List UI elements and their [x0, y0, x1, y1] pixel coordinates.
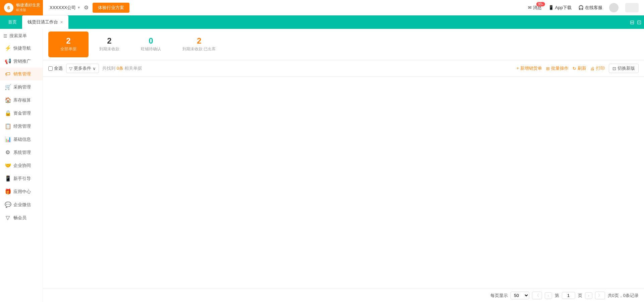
search-menu-label: 搜索菜单	[9, 33, 27, 39]
sidebar-label-cooperation: 企业协同	[13, 163, 31, 169]
message-icon: ✉	[528, 5, 532, 10]
refresh-button[interactable]: ↻ 刷新	[573, 65, 586, 71]
switch-version-button[interactable]: ⊡ 切换新版	[609, 64, 639, 73]
sidebar-label-member: 畅会员	[13, 215, 26, 221]
finance-icon: 🔒	[5, 110, 11, 116]
sidebar-item-finance[interactable]: 🔒 资金管理	[0, 107, 43, 120]
sidebar-label-operation: 经营管理	[13, 123, 31, 129]
minimize-button[interactable]: ⊟	[630, 19, 634, 25]
settings-icon[interactable]: ⚙	[84, 4, 89, 11]
search-icon: ☰	[3, 34, 7, 39]
wechat-icon: 💬	[5, 201, 11, 208]
logo-title: 畅捷通好生意	[16, 3, 40, 8]
download-icon: 📱	[548, 5, 554, 10]
stat-number-pending: 0	[149, 36, 153, 46]
sidebar-label-system: 系统管理	[13, 149, 31, 156]
logo-icon: 6	[4, 3, 13, 12]
stats-row: 2 全部单据 2 到期未收款 0 旺铺待确认 2 到期未收款 已出库	[43, 29, 644, 60]
sidebar: ☰ 搜索菜单 ⚡ 快捷导航 📢 营销推广 🏷 销售管理 🛒 采购管理 🏠 库存核…	[0, 29, 43, 302]
maximize-button[interactable]: ⊡	[637, 19, 641, 25]
sidebar-item-basic-info[interactable]: 📊 基础信息	[0, 133, 43, 146]
sidebar-item-app-center[interactable]: 🎁 应用中心	[0, 185, 43, 198]
stat-number-overdue: 2	[107, 36, 111, 46]
company-selector[interactable]: XXXXXX公司 ▼	[50, 5, 80, 11]
stat-label-overdue: 到期未收款	[99, 46, 119, 52]
sidebar-label-basic-info: 基础信息	[13, 136, 31, 142]
stat-label-pending: 旺铺待确认	[141, 46, 161, 52]
add-sale-button[interactable]: + 新增销货单	[517, 65, 542, 71]
pagination-footer: 每页显示 50 100 200 《 ‹ 第 页 › 》 共0页，0条记录	[43, 289, 644, 302]
stat-label-shipped: 到期未收款 已出库	[182, 46, 216, 52]
user-name-area[interactable]	[625, 3, 639, 12]
page-suffix: 页	[578, 293, 582, 299]
sidebar-item-member[interactable]: ▽ 畅会员	[0, 211, 43, 224]
basic-info-icon: 📊	[5, 136, 11, 142]
sidebar-label-sales: 销售管理	[13, 71, 31, 77]
per-page-select[interactable]: 50 100 200	[511, 292, 529, 299]
filter-chevron-icon: ∨	[93, 66, 96, 71]
filter-button[interactable]: ▽ 更多条件 ∨	[66, 64, 99, 73]
sidebar-item-sales[interactable]: 🏷 销售管理	[0, 68, 43, 80]
app-download-button[interactable]: 📱 App下载	[548, 5, 572, 11]
print-icon: 🖨	[590, 66, 595, 71]
sidebar-item-system[interactable]: ⚙ 系统管理	[0, 146, 43, 159]
prev-page-button[interactable]: ‹	[545, 292, 552, 299]
switch-icon: ⊡	[612, 66, 616, 71]
top-header: 6 畅捷通好生意 标准版 XXXXXX公司 ▼ ⚙ 体验行业方案 ✉ 消息 99…	[0, 0, 644, 15]
stat-card-overdue[interactable]: 2 到期未收款	[89, 29, 130, 60]
tab-home[interactable]: 首页	[3, 15, 22, 29]
quick-nav-icon: ⚡	[5, 45, 11, 51]
stat-card-pending[interactable]: 0 旺铺待确认	[130, 29, 172, 60]
app-download-label: App下载	[555, 5, 572, 11]
select-all-label: 全选	[54, 65, 63, 71]
filter-label: 更多条件	[74, 65, 91, 71]
service-icon: 🎧	[578, 5, 584, 10]
filter-icon: ▽	[69, 66, 72, 71]
sidebar-label-wechat: 企业微信	[13, 202, 31, 208]
toolbar: 全选 ▽ 更多条件 ∨ 共找到 0条 相关单据 + 新增销货单 ⊞ 批量操作 ↻	[43, 60, 644, 77]
sidebar-item-marketing[interactable]: 📢 营销推广	[0, 55, 43, 68]
sidebar-item-purchase[interactable]: 🛒 采购管理	[0, 80, 43, 94]
message-button[interactable]: ✉ 消息 99+	[528, 5, 542, 11]
stat-card-all[interactable]: 2 全部单据	[48, 32, 89, 57]
sidebar-item-wechat[interactable]: 💬 企业微信	[0, 198, 43, 211]
online-service-button[interactable]: 🎧 在线客服	[578, 5, 602, 11]
search-menu-button[interactable]: ☰ 搜索菜单	[0, 29, 43, 42]
cooperation-icon: 🤝	[5, 162, 11, 169]
table-area	[43, 77, 644, 289]
page-number-input[interactable]	[562, 292, 575, 299]
tab-workbench[interactable]: 钱货日清工作台 ✕	[22, 15, 68, 29]
trial-button[interactable]: 体验行业方案	[93, 3, 129, 13]
message-badge: 99+	[536, 2, 545, 6]
found-count: 0条	[117, 66, 123, 71]
sidebar-item-cooperation[interactable]: 🤝 企业协同	[0, 159, 43, 172]
chevron-down-icon: ▼	[77, 6, 80, 9]
print-button[interactable]: 🖨 打印	[590, 65, 605, 71]
logo-area: 6 畅捷通好生意 标准版	[0, 0, 43, 15]
select-all-checkbox[interactable]: 全选	[48, 65, 63, 71]
stat-card-shipped[interactable]: 2 到期未收款 已出库	[172, 29, 226, 60]
sidebar-item-operation[interactable]: 📋 经营管理	[0, 120, 43, 133]
avatar[interactable]	[609, 3, 619, 12]
first-page-button[interactable]: 《	[532, 292, 542, 299]
next-page-button[interactable]: ›	[585, 292, 592, 299]
sidebar-label-inventory: 库存核算	[13, 97, 31, 103]
batch-operation-button[interactable]: ⊞ 批量操作	[546, 65, 569, 71]
operation-icon: 📋	[5, 123, 11, 129]
sidebar-item-guide[interactable]: 📱 新手引导	[0, 172, 43, 185]
last-page-button[interactable]: 》	[595, 292, 605, 299]
sidebar-item-quick-nav[interactable]: ⚡ 快捷导航	[0, 42, 43, 55]
sidebar-item-inventory[interactable]: 🏠 库存核算	[0, 94, 43, 107]
member-icon: ▽	[5, 215, 11, 221]
tab-close-icon[interactable]: ✕	[60, 20, 63, 24]
all-checkbox-input[interactable]	[48, 66, 53, 71]
service-label: 在线客服	[585, 5, 602, 11]
logo-sub: 标准版	[16, 8, 40, 12]
batch-icon: ⊞	[546, 66, 550, 71]
sidebar-label-finance: 资金管理	[13, 110, 31, 116]
refresh-icon: ↻	[573, 66, 576, 71]
content-area: 2 全部单据 2 到期未收款 0 旺铺待确认 2 到期未收款 已出库 全选	[43, 29, 644, 302]
stat-label-all: 全部单据	[60, 46, 76, 52]
nav-tabs: 首页 钱货日清工作台 ✕ ⊟ ⊡	[0, 15, 644, 29]
marketing-icon: 📢	[5, 58, 11, 64]
